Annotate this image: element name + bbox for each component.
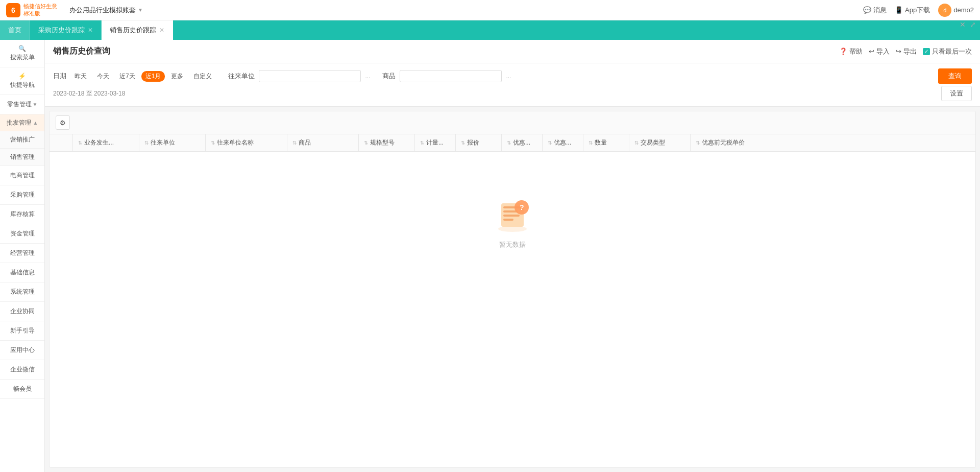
th-discount1[interactable]: ⇅ 优惠... (502, 134, 543, 151)
import-label: 导入 (876, 47, 890, 56)
sidebar-item-ecommerce[interactable]: 电商管理 (0, 166, 44, 185)
main-layout: 🔍 搜索菜单 ⚡ 快捷导航 零售管理 ▼ 批发管理 ▲ 营销推广 销售管理 电商… (0, 40, 980, 472)
app-name-label: 办公用品行业模拟账套 (69, 6, 136, 15)
user-menu[interactable]: d demo2 (938, 4, 974, 17)
sidebar-item-operations[interactable]: 经营管理 (0, 244, 44, 263)
sidebar-appstore-label: 应用中心 (10, 346, 35, 355)
th-qty-label: 数量 (595, 138, 607, 147)
only-last-checkbox[interactable]: ✓ 只看最后一次 (923, 47, 972, 56)
app-selector[interactable]: 办公用品行业模拟账套 ▼ (69, 6, 143, 15)
column-settings-button[interactable]: ⚙ (56, 115, 70, 130)
sidebar-item-nav[interactable]: ⚡ 快捷导航 (0, 67, 44, 95)
content-area: 销售历史价查询 ❓ 帮助 ↩ 导入 ↪ 导出 ✓ (45, 40, 980, 472)
th-trade-type-label: 交易类型 (641, 138, 665, 147)
tab-sales-history[interactable]: 销售历史价跟踪 ✕ (102, 20, 173, 40)
sort-icon: ⇅ (507, 140, 511, 146)
tab-home[interactable]: 首页 (0, 20, 30, 40)
maximize-window-icon[interactable]: ⤢ (970, 20, 976, 40)
date-option-today[interactable]: 今天 (93, 71, 113, 82)
unit-filter-label: 往来单位 (228, 72, 255, 81)
th-unit-code-label: 往来单位 (151, 138, 175, 147)
th-trade-type[interactable]: ⇅ 交易类型 (629, 134, 691, 151)
sidebar-item-finance[interactable]: 资金管理 (0, 224, 44, 244)
table-toolbar: ⚙ (50, 111, 975, 134)
sidebar-wholesale-label: 批发管理 (7, 119, 31, 127)
filter-line2: 2023-02-18 至 2023-03-18 设置 (45, 86, 980, 106)
only-last-label: 只看最后一次 (932, 47, 972, 56)
th-product[interactable]: ⇅ 商品 (287, 134, 359, 151)
sidebar-item-member[interactable]: 畅会员 (0, 380, 44, 399)
date-option-7days[interactable]: 近7天 (115, 71, 139, 82)
unit-filter-input[interactable] (259, 70, 361, 82)
date-option-more[interactable]: 更多 (167, 71, 187, 82)
export-icon: ↪ (896, 48, 901, 55)
help-button[interactable]: ❓ 帮助 (839, 47, 863, 56)
sidebar-item-wechat[interactable]: 企业微信 (0, 360, 44, 380)
tab-purchase-history[interactable]: 采购历史价跟踪 ✕ (30, 20, 102, 40)
sidebar-basic-label: 基础信息 (10, 268, 35, 277)
sidebar-item-appstore[interactable]: 应用中心 (0, 341, 44, 360)
th-unit-name-label: 往来单位名称 (217, 138, 254, 147)
th-unit-code[interactable]: ⇅ 往来单位 (139, 134, 206, 151)
date-filter-label: 日期 (53, 72, 66, 81)
chevron-down-icon: ▼ (33, 102, 38, 107)
th-price[interactable]: ⇅ 报价 (456, 134, 502, 151)
logo-icon: 6 (6, 3, 20, 17)
close-window-icon[interactable]: ✕ (960, 20, 966, 40)
svg-text:?: ? (520, 203, 524, 211)
app-download-button[interactable]: 📱 App下载 (895, 6, 930, 15)
query-button[interactable]: 查询 (938, 68, 972, 84)
table-header: ⇅ 业务发生... ⇅ 往来单位 ⇅ 往来单位名称 ⇅ 商品 ⇅ 规格型号 (50, 134, 975, 152)
date-option-custom[interactable]: 自定义 (189, 71, 216, 82)
tab-purchase-close-icon[interactable]: ✕ (88, 27, 93, 34)
sidebar-sub-marketing[interactable]: 营销推广 (0, 131, 44, 149)
th-spec[interactable]: ⇅ 规格型号 (359, 134, 415, 151)
product-filter-input[interactable] (400, 70, 502, 82)
th-discount2[interactable]: ⇅ 优惠... (543, 134, 583, 151)
sidebar-retail-label: 零售管理 (7, 100, 32, 109)
sidebar-item-inventory[interactable]: 库存核算 (0, 205, 44, 224)
page-actions: ❓ 帮助 ↩ 导入 ↪ 导出 ✓ 只看最后一次 (839, 47, 972, 56)
date-option-yesterday[interactable]: 昨天 (70, 71, 91, 82)
sidebar-item-retail[interactable]: 零售管理 ▼ (0, 95, 44, 114)
date-filter-group: 日期 昨天 今天 近7天 近1月 更多 自定义 (53, 71, 216, 82)
sidebar-item-guide[interactable]: 新手引导 (0, 321, 44, 341)
search-icon: 🔍 (18, 45, 26, 52)
sidebar-item-enterprise[interactable]: 企业协同 (0, 302, 44, 321)
sort-icon: ⇅ (696, 140, 700, 146)
sidebar-item-system[interactable]: 系统管理 (0, 282, 44, 302)
date-option-1month[interactable]: 近1月 (141, 71, 165, 82)
gear-icon: ⚙ (60, 119, 66, 127)
page-header: 销售历史价查询 ❓ 帮助 ↩ 导入 ↪ 导出 ✓ (45, 40, 980, 63)
sidebar-nav-label: 快捷导航 (10, 81, 35, 89)
settings-button[interactable]: 设置 (941, 86, 972, 101)
tab-sales-close-icon[interactable]: ✕ (159, 27, 164, 34)
th-qty[interactable]: ⇅ 数量 (583, 134, 629, 151)
sidebar-item-purchase[interactable]: 采购管理 (0, 185, 44, 205)
sidebar-item-basic-info[interactable]: 基础信息 (0, 263, 44, 282)
th-tax-price-label: 优惠前无税单价 (702, 138, 745, 147)
export-button[interactable]: ↪ 导出 (896, 47, 917, 56)
sidebar-enterprise-label: 企业协同 (10, 307, 35, 316)
th-unit-name[interactable]: ⇅ 往来单位名称 (206, 134, 287, 151)
import-button[interactable]: ↩ 导入 (869, 47, 890, 56)
unit-filter-dots: ... (365, 73, 370, 80)
sidebar-ecommerce-label: 电商管理 (10, 171, 35, 180)
svg-rect-5 (503, 219, 513, 221)
sidebar-sub-sales[interactable]: 销售管理 (0, 149, 44, 166)
message-button[interactable]: 💬 消息 (863, 6, 887, 15)
sidebar-item-search[interactable]: 🔍 搜索菜单 (0, 40, 44, 67)
sidebar-inventory-label: 库存核算 (10, 210, 35, 219)
th-date[interactable]: ⇅ 业务发生... (73, 134, 139, 151)
tab-home-label: 首页 (8, 26, 21, 35)
product-filter-group: 商品 ... (382, 70, 511, 82)
empty-text: 暂无数据 (499, 240, 526, 249)
chevron-up-icon: ▲ (33, 120, 38, 126)
sidebar-item-wholesale[interactable]: 批发管理 ▲ (0, 114, 44, 131)
sidebar-purchase-label: 采购管理 (10, 191, 35, 199)
page-title-row: 销售历史价查询 ❓ 帮助 ↩ 导入 ↪ 导出 ✓ (53, 46, 972, 57)
tab-sales-label: 销售历史价跟踪 (110, 26, 156, 35)
svg-rect-4 (503, 215, 520, 217)
th-uom[interactable]: ⇅ 计量... (415, 134, 456, 151)
th-tax-price[interactable]: ⇅ 优惠前无税单价 (691, 134, 975, 151)
